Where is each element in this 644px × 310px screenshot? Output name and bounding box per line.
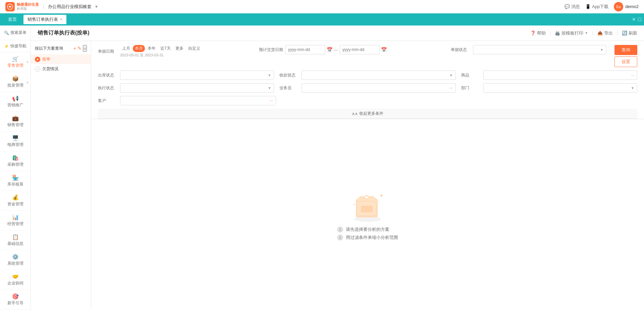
filter-row-4: 客户 ···: [98, 96, 637, 105]
sidebar-item-finance-label: 资金管理: [7, 201, 23, 207]
date-tab-this-month[interactable]: 本月: [133, 45, 145, 52]
print-arrow-icon: ▼: [585, 31, 588, 35]
query-button[interactable]: 查询: [614, 45, 637, 55]
collapse-button[interactable]: ∧∧ 收起更多条件: [352, 111, 383, 116]
divider2: |: [592, 31, 593, 36]
wholesale-icon: 📦: [12, 75, 19, 82]
page-header-actions: ❓ 帮助 | 🖨️ 按模板打印 ▼ | 📤 导出 | 🔄 刷新: [530, 30, 637, 40]
sidebar-item-marketing[interactable]: 📢 营销推广: [0, 92, 31, 112]
sidebar-item-enterprise-label: 企业协同: [7, 280, 23, 286]
logo-icon: [5, 2, 15, 11]
date-end-input[interactable]: [339, 45, 380, 54]
filter-row-3: 执行状态 ▼ 业务员 ··· 部门: [98, 83, 637, 93]
sidebar-nav-section: ⚡ 快捷导航: [0, 40, 31, 52]
sidebar-item-system-label: 系统管理: [7, 261, 23, 266]
shipment-select[interactable]: ▼: [120, 70, 274, 80]
sidebar-item-sales[interactable]: 💼 销售管理: [0, 112, 31, 132]
date-tab-more[interactable]: 更多: [173, 45, 185, 52]
department-arrow-icon: ▼: [631, 86, 634, 90]
main-layout: 🔍 搜索菜单 ⚡ 快捷导航 🛒 零售管理 ▼ 📦 批发管理 ▲ 📢 营销推广 💼: [0, 25, 644, 310]
status-label: 单据状态: [451, 47, 471, 53]
breadcrumb-arrow-icon[interactable]: ▼: [94, 4, 98, 9]
sidebar-item-purchase[interactable]: 🛍️ 采购管理: [0, 151, 31, 171]
sidebar-item-sales-label: 销售管理: [7, 122, 23, 128]
date-tab-custom[interactable]: 自定义: [186, 45, 202, 52]
sidebar-item-newguide[interactable]: 🎯 新手引导: [0, 290, 31, 310]
date-tab-last-month[interactable]: 上月: [120, 45, 132, 52]
scheme-item-backorder[interactable]: ○ 欠货情况: [31, 64, 91, 74]
sidebar-item-inventory[interactable]: 🏪 库存核算: [0, 171, 31, 191]
scheme-backorder-icon: ○: [35, 66, 40, 72]
date-tab-this-year[interactable]: 本年: [146, 45, 158, 52]
tab-home[interactable]: 首页: [3, 15, 22, 24]
collapse-bar[interactable]: ∧∧ 收起更多条件: [98, 109, 637, 119]
app-download-action[interactable]: 📱 App下载: [585, 4, 608, 10]
calendar-end-icon[interactable]: 📅: [381, 47, 387, 52]
edit-scheme-button[interactable]: ✎: [77, 45, 82, 52]
add-scheme-button[interactable]: +: [73, 45, 76, 52]
divider3: |: [617, 31, 618, 36]
payment-select[interactable]: ▼: [302, 70, 455, 80]
date-tab-7days[interactable]: 近7天: [158, 45, 173, 52]
page-title: 销售订单执行表(按单): [38, 30, 90, 41]
sidebar-item-wholesale[interactable]: 📦 批发管理 ▲: [0, 72, 31, 92]
message-icon: 💬: [565, 4, 570, 9]
filter-section: 单据日期 上月 本月 本年 近7天 更多 自定义 20: [91, 41, 644, 119]
sidebar-item-operation[interactable]: 📊 经营管理: [0, 211, 31, 230]
tab-bar: 首页 销售订单执行表 × × □: [0, 13, 644, 25]
shipment-arrow-icon: ▼: [268, 73, 271, 77]
sidebar-item-retail[interactable]: 🛒 零售管理 ▼: [0, 52, 31, 72]
sidebar-item-ecommerce[interactable]: 🖥️ 电商管理: [0, 132, 31, 151]
sidebar-item-finance[interactable]: 💰 资金管理: [0, 191, 31, 211]
filter-goods-field: 商品 ···: [461, 70, 637, 80]
collapse-panel-button[interactable]: «: [83, 45, 87, 52]
help-button[interactable]: ❓ 帮助: [530, 30, 546, 36]
empty-tip-2: 2 用过滤条件来缩小分析范围: [337, 235, 398, 241]
sidebar-item-enterprise[interactable]: 🤝 企业协同: [0, 270, 31, 290]
sidebar: 🔍 搜索菜单 ⚡ 快捷导航 🛒 零售管理 ▼ 📦 批发管理 ▲ 📢 营销推广 💼: [0, 25, 31, 310]
scheme-backorder-label: 欠货情况: [42, 66, 58, 72]
left-panel: 按以下方案查询 + ✎ « ● 按单 ○ 欠货情况: [31, 41, 91, 310]
salesperson-picker[interactable]: ···: [302, 83, 455, 93]
quick-nav-button[interactable]: ⚡ 快捷导航: [0, 42, 31, 51]
help-icon: ❓: [530, 31, 536, 36]
user-info[interactable]: Ea demo2: [614, 2, 639, 11]
purchase-icon: 🛍️: [12, 155, 19, 161]
breadcrumb-title: 办公用品行业模拟账套: [48, 4, 92, 10]
window-maximize-button[interactable]: □: [638, 16, 641, 22]
svg-text:✦: ✦: [376, 205, 378, 208]
calendar-start-icon[interactable]: 📅: [327, 47, 332, 52]
sidebar-item-system[interactable]: ⚙️ 系统管理: [0, 250, 31, 270]
search-menu-label: 搜索菜单: [10, 30, 26, 36]
sidebar-item-basic[interactable]: 📋 基础信息: [0, 230, 31, 250]
tip-number-1: 1: [337, 226, 343, 232]
goods-picker[interactable]: ···: [483, 70, 637, 80]
message-action[interactable]: 💬 消息: [565, 4, 580, 10]
tab-close-icon[interactable]: ×: [60, 17, 62, 22]
filter-customer-field: 客户 ···: [98, 96, 276, 105]
left-panel-header: 按以下方案查询 + ✎ «: [31, 44, 91, 54]
filter-expected-date-field: 预计交货日期 📅 — 📅: [259, 45, 446, 54]
quick-nav-icon: ⚡: [4, 44, 9, 49]
department-select[interactable]: ▼: [483, 83, 637, 93]
window-close-button[interactable]: ×: [632, 16, 635, 22]
execution-label: 执行状态: [98, 85, 118, 91]
search-menu-button[interactable]: 🔍 搜索菜单: [3, 28, 28, 37]
filter-date-field: 单据日期 上月 本月 本年 近7天 更多 自定义 20: [98, 45, 254, 58]
print-button[interactable]: 🖨️ 按模板打印 ▼: [555, 30, 588, 36]
action-buttons: 查询 设置: [614, 45, 637, 67]
execution-select[interactable]: ▼: [120, 83, 274, 93]
customer-picker[interactable]: ···: [120, 96, 276, 105]
empty-tip-1: 1 请先选择要分析的方案: [337, 226, 398, 232]
scheme-item-order[interactable]: ● 按单: [31, 54, 91, 64]
tab-active[interactable]: 销售订单执行表 ×: [23, 15, 66, 24]
export-button[interactable]: 📤 导出: [597, 30, 613, 36]
status-select[interactable]: ▼: [473, 45, 606, 54]
top-bar-left: 畅捷通好生意 标准版 | 办公用品行业模拟账套 ▼: [5, 2, 98, 11]
scheme-order-icon: ●: [35, 57, 40, 62]
app-download-label: App下载: [592, 4, 608, 10]
refresh-button[interactable]: 🔄 刷新: [622, 30, 637, 36]
refresh-icon: 🔄: [622, 31, 627, 36]
settings-button[interactable]: 设置: [614, 56, 637, 67]
date-start-input[interactable]: [285, 45, 325, 54]
